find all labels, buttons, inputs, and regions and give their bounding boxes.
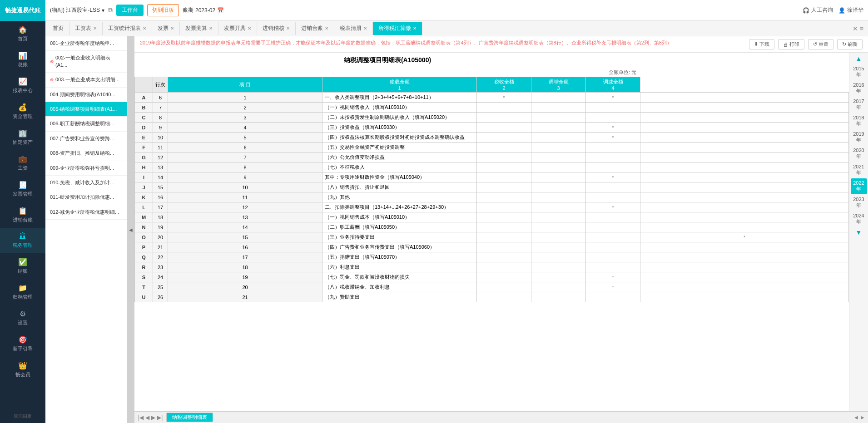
sidebar-item-close[interactable]: ✅ 结账 xyxy=(0,253,45,279)
col2-cell[interactable] xyxy=(531,123,586,133)
sidebar-item-tax[interactable]: 🏛 税务管理 xyxy=(0,228,45,253)
tab-invoice-close[interactable]: ✕ xyxy=(170,26,174,31)
col4-cell[interactable] xyxy=(640,202,849,212)
sheet-nav-last[interactable]: ▶| xyxy=(157,414,163,421)
year-scroll-up[interactable]: ▲ xyxy=(854,54,863,64)
year-button[interactable]: 2018年 xyxy=(851,113,867,129)
tab-menu-icon[interactable]: ≡ xyxy=(860,25,863,32)
tab-invoice[interactable]: 发票 ✕ xyxy=(152,22,180,35)
left-item-008[interactable]: 008-资产折旧、摊销及纳税... xyxy=(45,146,127,161)
col4-cell[interactable] xyxy=(640,262,849,272)
col3-cell[interactable] xyxy=(586,182,640,192)
year-button[interactable]: 2015年 xyxy=(851,64,867,80)
col4-cell[interactable] xyxy=(640,242,849,252)
tab-payroll[interactable]: 工资表 ✕ xyxy=(69,22,103,35)
tab-purchase-audit[interactable]: 进销稽核 ✕ xyxy=(257,22,296,35)
col4-cell[interactable] xyxy=(640,182,849,192)
col1-cell[interactable] xyxy=(477,222,531,232)
sidebar-item-assets[interactable]: 🏢 固定资产 xyxy=(0,124,45,150)
sidebar-item-reports[interactable]: 📈 报表中心 xyxy=(0,73,45,98)
col1-cell[interactable] xyxy=(477,143,531,152)
tab-income-tax-close[interactable]: ✕ xyxy=(413,26,417,31)
sidebar-item-payroll[interactable]: 💼 工资 xyxy=(0,150,45,176)
col1-cell[interactable]: * xyxy=(477,93,531,103)
sidebar-item-purchase-sales[interactable]: 📋 进销台账 xyxy=(0,202,45,228)
col2-cell[interactable] xyxy=(531,192,586,202)
panel-collapse-button[interactable]: ◀ xyxy=(127,36,134,423)
col2-cell[interactable] xyxy=(531,103,586,113)
left-item-001[interactable]: 001-企业所得税年度纳税申... xyxy=(45,36,127,51)
left-item-005[interactable]: 005-纳税调整项目明细表(A1... xyxy=(45,102,127,117)
year-button[interactable]: 2021年 xyxy=(851,162,867,178)
col1-cell[interactable] xyxy=(477,152,531,162)
col3-cell[interactable] xyxy=(586,292,640,302)
col1-cell[interactable] xyxy=(477,202,531,212)
col2-cell[interactable] xyxy=(531,172,586,182)
sidebar-item-home[interactable]: 🏠 首页 xyxy=(0,21,45,47)
tab-income-tax[interactable]: 所得税汇算缴 ✕ xyxy=(373,22,422,35)
left-item-002[interactable]: ⊗ 002-一般企业收入明细表(A1... xyxy=(45,51,127,73)
col3-cell[interactable] xyxy=(586,252,640,262)
col3-cell[interactable] xyxy=(586,152,640,162)
col3-cell[interactable] xyxy=(586,113,640,123)
sidebar-item-settings[interactable]: ⚙ 设置 xyxy=(0,305,45,331)
col4-cell[interactable]: * xyxy=(640,232,849,242)
left-item-010[interactable]: 010-免税、减计收入及加计... xyxy=(45,176,127,190)
sidebar-item-ledger[interactable]: 📊 总账 xyxy=(0,47,45,73)
human-service-link[interactable]: 🎧 人工咨询 xyxy=(803,6,833,14)
col2-cell[interactable] xyxy=(531,93,586,103)
sheet-nav-first[interactable]: |◀ xyxy=(138,414,144,421)
switch-old-button[interactable]: 切到旧版 xyxy=(147,4,179,16)
sheet-nav-prev[interactable]: ◀ xyxy=(145,414,149,421)
sidebar-item-member[interactable]: 👑 畅会员 xyxy=(0,357,45,383)
col3-cell[interactable]: * xyxy=(586,133,640,143)
left-item-011[interactable]: 011-研发费用加计扣除优惠... xyxy=(45,190,127,205)
col3-cell[interactable] xyxy=(586,262,640,272)
tab-invoice-issue-close[interactable]: ✕ xyxy=(248,26,251,31)
year-button[interactable]: 2017年 xyxy=(851,97,867,113)
left-item-007[interactable]: 007-广告费和业务宣传费跨... xyxy=(45,132,127,146)
tab-home[interactable]: 首页 xyxy=(47,22,69,35)
left-item-004[interactable]: 004-期间费用明细表(A1040... xyxy=(45,88,127,102)
col1-cell[interactable] xyxy=(477,103,531,113)
tab-payroll-stats-close[interactable]: ✕ xyxy=(143,26,146,31)
col2-cell[interactable] xyxy=(531,282,586,292)
col3-cell[interactable] xyxy=(586,162,640,172)
year-button[interactable]: 2016年 xyxy=(851,80,867,96)
col3-cell[interactable] xyxy=(586,242,640,252)
user-menu[interactable]: 👤 徐泽华 xyxy=(838,6,863,14)
col1-cell[interactable] xyxy=(477,162,531,172)
left-item-006[interactable]: 006-职工薪酬纳税调整明细... xyxy=(45,117,127,131)
tab-tax-register-close[interactable]: ✕ xyxy=(363,26,367,31)
col1-cell[interactable] xyxy=(477,292,531,302)
col3-cell[interactable]: * xyxy=(586,172,640,182)
company-selector[interactable]: (物副) 江西股宝-LSS ▾ xyxy=(50,6,104,14)
col3-cell[interactable]: * xyxy=(586,93,640,103)
col2-cell[interactable] xyxy=(531,252,586,262)
col2-cell[interactable] xyxy=(531,212,586,222)
sheet-nav-next[interactable]: ▶ xyxy=(151,414,155,421)
tab-tax-register[interactable]: 税表清册 ✕ xyxy=(334,22,373,35)
year-button[interactable]: 2019年 xyxy=(851,129,867,145)
col1-cell[interactable] xyxy=(477,182,531,192)
left-item-003[interactable]: ⊗ 003-一般企业成本支出明细... xyxy=(45,73,127,87)
col1-cell[interactable] xyxy=(477,272,531,282)
col4-cell[interactable] xyxy=(640,93,849,103)
col2-cell[interactable] xyxy=(531,272,586,282)
col2-cell[interactable] xyxy=(531,152,586,162)
col4-cell[interactable] xyxy=(640,123,849,133)
col4-cell[interactable] xyxy=(640,282,849,292)
tab-invoice-calc[interactable]: 发票测算 ✕ xyxy=(180,22,218,35)
col4-cell[interactable] xyxy=(640,152,849,162)
col3-cell[interactable] xyxy=(586,192,640,202)
col2-cell[interactable] xyxy=(531,143,586,152)
col2-cell[interactable] xyxy=(531,162,586,172)
tab-payroll-stats[interactable]: 工资统计报表 ✕ xyxy=(103,22,152,35)
tab-payroll-close[interactable]: ✕ xyxy=(93,26,97,31)
col2-cell[interactable] xyxy=(531,133,586,143)
col1-cell[interactable] xyxy=(477,172,531,182)
col1-cell[interactable] xyxy=(477,232,531,242)
col2-cell[interactable] xyxy=(531,113,586,123)
workbench-button[interactable]: 工作台 xyxy=(116,5,144,16)
col4-cell[interactable] xyxy=(640,143,849,152)
